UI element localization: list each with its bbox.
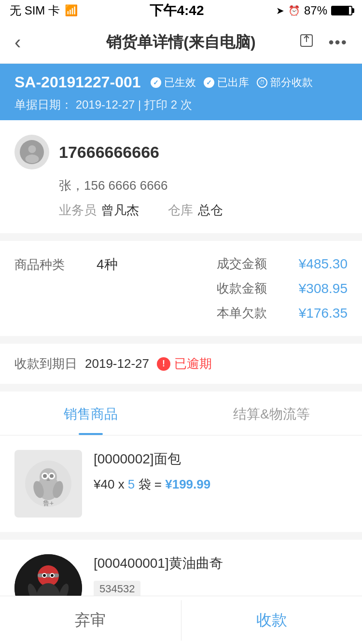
salesperson-meta: 业务员 曾凡杰 bbox=[59, 202, 139, 219]
svg-point-25 bbox=[51, 574, 54, 577]
deal-amount-stat: 成交金额 ¥485.30 bbox=[217, 255, 348, 272]
stats-left: 商品种类 4种 bbox=[14, 255, 118, 274]
warehouse-label: 仓库 bbox=[168, 202, 193, 219]
status-right: ➤ ⏰ 87% bbox=[276, 4, 352, 17]
customer-meta: 业务员 曾凡杰 仓库 总仓 bbox=[14, 202, 348, 219]
overdue-icon: ! bbox=[157, 357, 170, 371]
nav-bar: ‹ 销货单详情(来自电脑) ••• bbox=[0, 21, 362, 64]
status-left: 无 SIM 卡 📶 bbox=[10, 3, 78, 18]
order-print-info: | 打印 2 次 bbox=[138, 98, 192, 111]
receive-payment-button[interactable]: 收款 bbox=[181, 600, 362, 641]
product-item: 鲁+ [0000002]面包 ¥40 x 5 袋 = ¥199.99 bbox=[0, 435, 362, 532]
stats-section: 商品种类 4种 成交金额 ¥485.30 收款金额 ¥308.95 本单欠款 ¥… bbox=[0, 241, 362, 336]
tab-settlement-logistics[interactable]: 结算&物流等 bbox=[181, 392, 362, 435]
nav-actions: ••• bbox=[299, 33, 348, 51]
svg-point-3 bbox=[25, 154, 39, 163]
order-id: SA-20191227-001 bbox=[14, 73, 141, 91]
product-name-2: [000400001]黄油曲奇 bbox=[94, 554, 348, 573]
owed-amount-stat: 本单欠款 ¥176.35 bbox=[217, 305, 348, 322]
product-price-1: ¥40 x 5 袋 = ¥199.99 bbox=[94, 476, 348, 493]
check-icon-1: ✓ bbox=[151, 77, 161, 88]
page-title: 销货单详情(来自电脑) bbox=[106, 32, 255, 53]
order-date-row: 单据日期： 2019-12-27 | 打印 2 次 bbox=[14, 97, 348, 112]
product-info-1: [0000002]面包 ¥40 x 5 袋 = ¥199.99 bbox=[94, 450, 348, 493]
product-types-label: 商品种类 bbox=[14, 256, 92, 273]
status-time: 下午4:42 bbox=[150, 1, 204, 20]
customer-section: 17666666666 张，156 6666 6666 业务员 曾凡杰 仓库 总… bbox=[0, 120, 362, 233]
badge-shipped: ✓ 已出库 bbox=[204, 75, 249, 90]
tabs-section: 销售商品 结算&物流等 bbox=[0, 392, 362, 435]
order-badges: ✓ 已生效 ✓ 已出库 ⏱ 部分收款 bbox=[151, 75, 313, 90]
order-date-value: 2019-12-27 bbox=[76, 98, 135, 111]
more-icon[interactable]: ••• bbox=[328, 33, 348, 51]
customer-detail: 张，156 6666 6666 bbox=[14, 177, 348, 194]
product-thumb-1: 鲁+ bbox=[14, 450, 82, 518]
check-icon-2: ✓ bbox=[204, 77, 214, 88]
received-amount-stat: 收款金额 ¥308.95 bbox=[217, 280, 348, 297]
svg-point-9 bbox=[43, 474, 47, 478]
avatar-icon bbox=[20, 140, 44, 164]
battery-indicator bbox=[331, 6, 352, 15]
due-date-section: 收款到期日 2019-12-27 ! 已逾期 bbox=[0, 344, 362, 384]
customer-row: 17666666666 bbox=[14, 135, 348, 169]
badge-effective: ✓ 已生效 bbox=[151, 75, 196, 90]
alarm-icon: ⏰ bbox=[288, 5, 300, 16]
salesperson-label: 业务员 bbox=[59, 202, 97, 219]
carrier-text: 无 SIM 卡 bbox=[10, 3, 60, 18]
order-header: SA-20191227-001 ✓ 已生效 ✓ 已出库 ⏱ 部分收款 单据日期：… bbox=[0, 64, 362, 120]
bottom-bar: 弃审 收款 bbox=[0, 596, 362, 644]
overdue-text: 已逾期 bbox=[174, 355, 212, 372]
svg-point-24 bbox=[43, 574, 46, 577]
stats-row: 商品种类 4种 成交金额 ¥485.30 收款金额 ¥308.95 本单欠款 ¥… bbox=[14, 255, 348, 322]
back-button[interactable]: ‹ bbox=[10, 27, 26, 58]
warehouse-value: 总仓 bbox=[198, 202, 223, 219]
avatar bbox=[14, 135, 49, 169]
salesperson-value: 曾凡杰 bbox=[101, 202, 139, 219]
received-amount-label: 收款金额 bbox=[217, 280, 294, 297]
product-name-1: [0000002]面包 bbox=[94, 450, 348, 468]
overdue-badge: ! 已逾期 bbox=[157, 355, 212, 372]
svg-point-10 bbox=[50, 474, 54, 478]
product-types-value: 4种 bbox=[97, 255, 118, 274]
location-icon: ➤ bbox=[276, 5, 284, 16]
product-qty-1: 5 bbox=[128, 477, 135, 491]
svg-point-2 bbox=[28, 145, 36, 153]
cancel-review-button[interactable]: 弃审 bbox=[0, 600, 181, 641]
battery-percent: 87% bbox=[304, 4, 327, 17]
product-total-1: ¥199.99 bbox=[165, 477, 210, 491]
deal-amount-value: ¥485.30 bbox=[299, 256, 348, 272]
stats-right: 成交金额 ¥485.30 收款金额 ¥308.95 本单欠款 ¥176.35 bbox=[217, 255, 348, 322]
warehouse-meta: 仓库 总仓 bbox=[168, 202, 223, 219]
share-icon[interactable] bbox=[299, 33, 314, 51]
svg-text:鲁+: 鲁+ bbox=[43, 499, 54, 507]
wifi-icon: 📶 bbox=[65, 4, 78, 17]
due-date-value: 2019-12-27 bbox=[85, 356, 149, 371]
owed-amount-value: ¥176.35 bbox=[299, 306, 348, 321]
tab-sales-products[interactable]: 销售商品 bbox=[0, 392, 181, 435]
deal-amount-label: 成交金额 bbox=[217, 255, 294, 272]
due-date-label: 收款到期日 bbox=[14, 355, 77, 372]
received-amount-value: ¥308.95 bbox=[299, 281, 348, 296]
order-date-label: 单据日期： bbox=[14, 98, 72, 111]
product-types-stat: 商品种类 4种 bbox=[14, 255, 118, 274]
svg-rect-17 bbox=[38, 574, 59, 577]
badge-partial-payment: ⏱ 部分收款 bbox=[257, 75, 313, 90]
status-bar: 无 SIM 卡 📶 下午4:42 ➤ ⏰ 87% bbox=[0, 0, 362, 21]
product-sku-2: 534532 bbox=[94, 581, 140, 597]
clock-icon: ⏱ bbox=[257, 77, 267, 88]
customer-id: 17666666666 bbox=[59, 143, 159, 162]
owed-amount-label: 本单欠款 bbox=[217, 305, 294, 322]
